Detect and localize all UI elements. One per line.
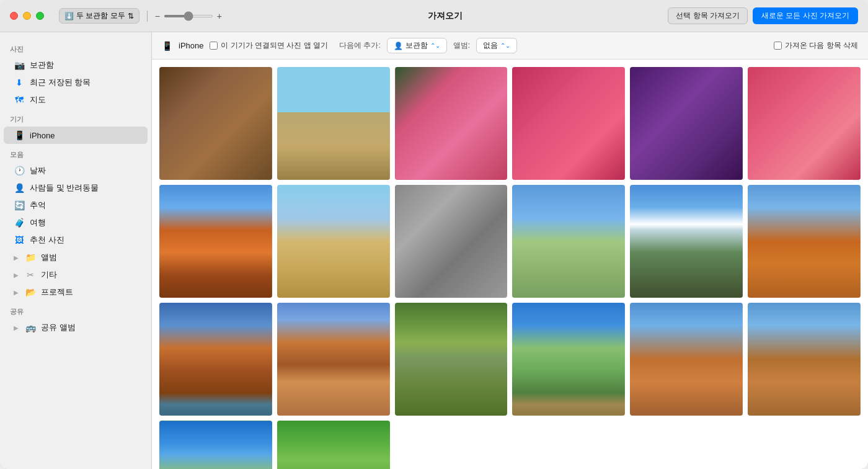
- photo-item[interactable]: [395, 303, 508, 416]
- import-all-label: 두 보관함 모두: [76, 11, 125, 21]
- photo-item[interactable]: [159, 303, 272, 416]
- photo-thumbnail: [159, 67, 272, 180]
- album-dropdown[interactable]: 없음 ⌃⌄: [476, 38, 517, 53]
- photo-item[interactable]: [395, 185, 508, 298]
- dropdown-arrow-icon: ⌃⌄: [430, 42, 440, 49]
- people-icon: 👤: [14, 182, 25, 194]
- photo-item[interactable]: [748, 303, 861, 416]
- sidebar-item-library[interactable]: 📷 보관함: [4, 56, 148, 74]
- photo-thumbnail: [395, 67, 508, 180]
- photo-thumbnail: [395, 303, 508, 416]
- shared-albums-icon: 🚌: [25, 322, 36, 333]
- album-dropdown-value: 없음: [483, 40, 498, 51]
- photo-item[interactable]: [395, 67, 508, 180]
- open-app-checkbox-label[interactable]: 이 기기가 연결되면 사진 앱 열기: [210, 40, 328, 51]
- window-title: 가져오기: [229, 11, 660, 22]
- photo-item[interactable]: [512, 67, 625, 180]
- sidebar-item-shared-albums[interactable]: ▶ 🚌 공유 앨범: [4, 319, 148, 336]
- photo-item[interactable]: [630, 303, 743, 416]
- expand-icon: ▶: [14, 324, 19, 331]
- photo-item[interactable]: [277, 303, 390, 416]
- photo-grid-container[interactable]: [152, 60, 868, 469]
- sub-toolbar-right: 가져온 다음 항목 삭제: [774, 40, 858, 51]
- sidebar-item-other[interactable]: ▶ ✂ 기타: [4, 266, 148, 284]
- main-layout: 사진 📷 보관함 ⬇ 최근 저장된 항목 🗺 지도 기기 📱: [0, 32, 868, 469]
- sidebar-item-map[interactable]: 🗺 지도: [4, 91, 148, 109]
- sidebar-item-people[interactable]: 👤 사람들 및 반려동물: [4, 179, 148, 197]
- sidebar-item-memories[interactable]: 🔄 추억: [4, 197, 148, 214]
- travel-icon: 🧳: [14, 217, 25, 228]
- sidebar-section-photos: 사진 📷 보관함 ⬇ 최근 저장된 항목 🗺 지도: [0, 38, 151, 109]
- photo-item[interactable]: [512, 303, 625, 416]
- open-app-checkbox[interactable]: [210, 42, 218, 50]
- titlebar-right: 선택 항목 가져오기 새로운 모든 사진 가져오기: [668, 7, 858, 24]
- photo-item[interactable]: [159, 421, 272, 469]
- map-icon: 🗺: [14, 94, 25, 105]
- sidebar-item-label: iPhone: [30, 131, 55, 140]
- section-label-photos: 사진: [0, 38, 151, 56]
- device-small-icon: 📱: [162, 41, 172, 51]
- iphone-icon: 📱: [14, 130, 25, 141]
- photo-thumbnail: [512, 303, 625, 416]
- delete-label: 가져온 다음 항목 삭제: [785, 40, 858, 51]
- library-dropdown-icon: 👤: [394, 42, 403, 50]
- photo-thumbnail: [159, 185, 272, 298]
- sidebar-section-devices: 기기 📱 iPhone: [0, 109, 151, 144]
- sidebar-item-travel[interactable]: 🧳 여행: [4, 214, 148, 231]
- sidebar-item-iphone[interactable]: 📱 iPhone: [4, 127, 148, 144]
- sidebar-item-label: 보관함: [30, 60, 54, 71]
- new-import-button[interactable]: 새로운 모든 사진 가져오기: [753, 7, 858, 24]
- photo-item[interactable]: [277, 67, 390, 180]
- photo-thumbnail: [277, 303, 390, 416]
- expand-icon: ▶: [14, 289, 19, 296]
- photo-thumbnail: [748, 303, 861, 416]
- photo-item[interactable]: [630, 185, 743, 298]
- close-button[interactable]: [10, 12, 18, 20]
- sidebar-item-label: 추억: [30, 200, 46, 211]
- divider: [147, 11, 148, 22]
- projects-icon: 📂: [25, 287, 36, 298]
- sidebar: 사진 📷 보관함 ⬇ 최근 저장된 항목 🗺 지도 기기 📱: [0, 32, 152, 469]
- import-all-button[interactable]: ⬇️ 두 보관함 모두 ⇅: [59, 8, 140, 24]
- zoom-slider[interactable]: [164, 15, 213, 17]
- sidebar-item-featured[interactable]: 🖼 추천 사진: [4, 231, 148, 249]
- library-dropdown-label: 보관함: [405, 40, 428, 51]
- photo-item[interactable]: [159, 185, 272, 298]
- select-import-button[interactable]: 선택 항목 가져오기: [668, 7, 748, 24]
- photo-item[interactable]: [277, 421, 390, 469]
- photo-thumbnail: [748, 185, 861, 298]
- expand-icon: ▶: [14, 254, 19, 261]
- photo-thumbnail: [512, 185, 625, 298]
- sidebar-item-label: 날짜: [30, 165, 46, 176]
- photo-item[interactable]: [630, 67, 743, 180]
- photo-thumbnail: [277, 421, 390, 469]
- photo-item[interactable]: [159, 67, 272, 180]
- titlebar-controls: ⬇️ 두 보관함 모두 ⇅ − +: [59, 8, 222, 24]
- sidebar-section-sharing: 공유 ▶ 🚌 공유 앨범: [0, 301, 151, 336]
- titlebar: ⬇️ 두 보관함 모두 ⇅ − + 가져오기 선택 항목 가져오기 새로운 모든…: [0, 0, 868, 32]
- photo-item[interactable]: [512, 185, 625, 298]
- photo-thumbnail: [630, 185, 743, 298]
- sidebar-item-dates[interactable]: 🕐 날짜: [4, 162, 148, 179]
- minimize-button[interactable]: [23, 12, 31, 20]
- sidebar-item-label: 공유 앨범: [41, 322, 76, 333]
- sidebar-item-albums[interactable]: ▶ 📁 앨범: [4, 249, 148, 266]
- photo-thumbnail: [159, 421, 272, 469]
- device-name-label: iPhone: [179, 41, 203, 50]
- sidebar-item-recent[interactable]: ⬇ 최근 저장된 항목: [4, 74, 148, 91]
- photo-thumbnail: [748, 67, 861, 180]
- sidebar-item-projects[interactable]: ▶ 📂 프로젝트: [4, 284, 148, 301]
- photo-thumbnail: [512, 67, 625, 180]
- other-icon: ✂: [25, 269, 36, 280]
- delete-after-import-checkbox[interactable]: [774, 42, 782, 50]
- fullscreen-button[interactable]: [36, 12, 44, 20]
- photo-item[interactable]: [748, 67, 861, 180]
- chevron-up-down-icon: ⇅: [128, 12, 134, 20]
- photo-item[interactable]: [277, 185, 390, 298]
- album-prefix-label: 앨범:: [453, 40, 470, 51]
- delete-after-import-label[interactable]: 가져온 다음 항목 삭제: [774, 40, 858, 51]
- section-label-devices: 기기: [0, 109, 151, 127]
- photo-item[interactable]: [748, 185, 861, 298]
- library-dropdown[interactable]: 👤 보관함 ⌃⌄: [387, 38, 447, 53]
- library-icon: 📷: [14, 60, 25, 71]
